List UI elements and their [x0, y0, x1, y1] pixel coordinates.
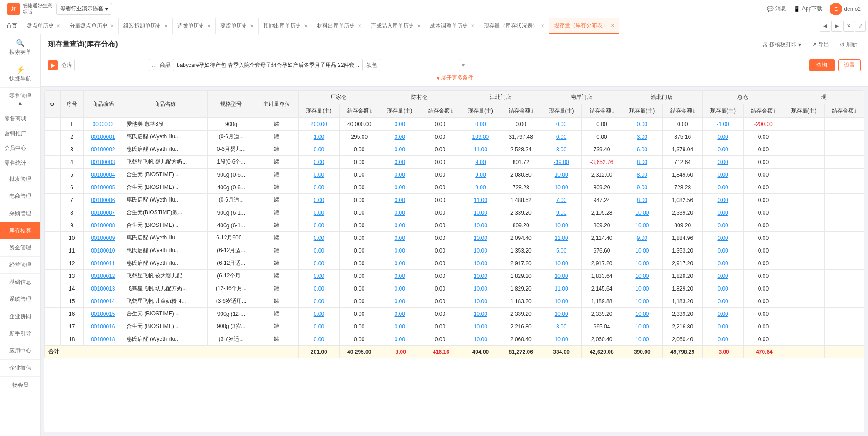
close-icon[interactable]: ✕	[57, 23, 60, 28]
sidebar-item-system[interactable]: 系统管理	[0, 291, 40, 308]
row-c3-qty[interactable]: 9.00	[460, 156, 501, 169]
tab-cost-adjust[interactable]: 成本调整单历史 ✕	[425, 18, 479, 34]
row-total-qty[interactable]	[783, 143, 825, 156]
row-c4-qty[interactable]: 11.00	[541, 232, 582, 244]
row-total-qty[interactable]	[783, 244, 825, 257]
sidebar-item-wholesale[interactable]: 批发管理	[0, 171, 40, 188]
row-c3-qty[interactable]: 10.00	[460, 232, 501, 244]
row-c3-qty[interactable]: 10.00	[460, 282, 501, 295]
row-c6-qty[interactable]: 0.00	[703, 282, 744, 295]
row-c5-qty[interactable]: 6.00	[622, 143, 663, 156]
row-total-qty[interactable]	[783, 270, 825, 282]
row-c5-qty[interactable]: 10.00	[622, 206, 663, 219]
row-c3-qty[interactable]: 9.00	[460, 169, 501, 181]
row-c1-qty[interactable]: 0.00	[298, 169, 340, 181]
sidebar-item-basic[interactable]: 基础信息	[0, 274, 40, 291]
row-c6-qty[interactable]: 0.00	[703, 308, 744, 320]
sidebar-item-member2[interactable]: 畅会员	[0, 377, 40, 394]
row-c1-qty[interactable]: 0.00	[298, 282, 340, 295]
close-icon[interactable]: ✕	[250, 23, 254, 28]
row-c4-qty[interactable]: 10.00	[541, 308, 582, 320]
row-total-qty[interactable]	[783, 206, 825, 219]
row-c2-qty[interactable]: 0.00	[379, 131, 420, 143]
tab-sub-inventory[interactable]: 分量盘点单历史 ✕	[65, 18, 119, 34]
row-c4-qty[interactable]: 11.00	[541, 282, 582, 295]
row-c1-qty[interactable]: 0.00	[298, 333, 340, 346]
row-code[interactable]: 00100015	[83, 308, 123, 320]
row-c2-qty[interactable]: 0.00	[379, 118, 420, 131]
row-c2-qty[interactable]: 0.00	[379, 194, 420, 206]
color-dropdown-icon[interactable]: ▾	[462, 62, 465, 68]
sidebar-item-search[interactable]: 🔍 搜索英单	[0, 34, 40, 61]
row-c3-qty[interactable]: 10.00	[460, 206, 501, 219]
row-c2-qty[interactable]: 0.00	[379, 232, 420, 244]
sidebar-sub-member[interactable]: 会员中心	[0, 141, 40, 156]
row-c6-qty[interactable]: 0.00	[703, 333, 744, 346]
row-code[interactable]: 0000003	[83, 118, 123, 131]
tab-assemble[interactable]: 组装拆卸单历史 ✕	[119, 18, 173, 34]
row-c2-qty[interactable]: 0.00	[379, 181, 420, 194]
row-code[interactable]: 00100012	[83, 270, 123, 282]
row-c6-qty[interactable]: 0.00	[703, 206, 744, 219]
app-download-btn[interactable]: 📱 App下载	[793, 5, 822, 13]
table-settings-btn[interactable]: ⚙	[45, 91, 61, 118]
row-c5-qty[interactable]: 9.00	[622, 232, 663, 244]
row-c3-qty[interactable]: 10.00	[460, 308, 501, 320]
setting-btn[interactable]: 设置	[838, 59, 861, 71]
row-c4-qty[interactable]: 10.00	[541, 181, 582, 194]
row-c6-qty[interactable]: 0.00	[703, 257, 744, 270]
row-c2-qty[interactable]: 0.00	[379, 219, 420, 232]
nav-next-btn[interactable]: ▶	[831, 21, 842, 32]
close-icon[interactable]: ✕	[207, 23, 211, 28]
row-c6-qty[interactable]: 0.00	[703, 131, 744, 143]
row-total-qty[interactable]	[783, 333, 825, 346]
sidebar-item-guide[interactable]: 新手引导	[0, 325, 40, 342]
row-c4-qty[interactable]: 3.00	[541, 320, 582, 333]
row-code[interactable]: 00100005	[83, 181, 123, 194]
close-icon[interactable]: ✕	[110, 23, 114, 28]
warehouse-input[interactable]	[74, 59, 150, 71]
refresh-btn[interactable]: ↺ 刷新	[836, 39, 861, 50]
row-c6-qty[interactable]: 0.00	[703, 194, 744, 206]
row-c1-qty[interactable]: 0.00	[298, 194, 340, 206]
row-c3-qty[interactable]: 11.00	[460, 143, 501, 156]
expand-conditions-btn[interactable]: ▼ 展开更多条件	[48, 74, 861, 82]
row-c4-qty[interactable]: 5.00	[541, 244, 582, 257]
tab-stock-status[interactable]: 现存量（库存状况表） ✕	[479, 18, 549, 34]
row-c5-qty[interactable]: 10.00	[622, 333, 663, 346]
row-c1-qty[interactable]: 0.00	[298, 232, 340, 244]
row-c4-qty[interactable]: 10.00	[541, 295, 582, 308]
close-icon[interactable]: ✕	[471, 23, 474, 28]
row-c4-qty[interactable]: 3.00	[541, 143, 582, 156]
row-c2-qty[interactable]: 0.00	[379, 333, 420, 346]
row-code[interactable]: 00100004	[83, 169, 123, 181]
row-c3-qty[interactable]: 9.00	[460, 181, 501, 194]
row-c1-qty[interactable]: 0.00	[298, 320, 340, 333]
export-btn[interactable]: ↗ 导出	[808, 39, 833, 50]
row-c3-qty[interactable]: 10.00	[460, 270, 501, 282]
row-c5-qty[interactable]: 10.00	[622, 295, 663, 308]
close-icon[interactable]: ✕	[164, 23, 168, 28]
row-c2-qty[interactable]: 0.00	[379, 270, 420, 282]
row-c5-qty[interactable]: 10.00	[622, 308, 663, 320]
row-c6-qty[interactable]: 0.00	[703, 295, 744, 308]
sidebar-item-finance[interactable]: 资金管理	[0, 239, 40, 257]
row-c5-qty[interactable]: 0.00	[622, 118, 663, 131]
row-total-qty[interactable]	[783, 282, 825, 295]
close-icon[interactable]: ✕	[541, 23, 544, 28]
row-c3-qty[interactable]: 10.00	[460, 320, 501, 333]
filter-collapse-btn[interactable]: ▶	[48, 60, 58, 70]
row-c5-qty[interactable]: 8.00	[622, 156, 663, 169]
row-total-qty[interactable]	[783, 156, 825, 169]
row-total-qty[interactable]	[783, 257, 825, 270]
nav-expand-btn[interactable]: ⤢	[855, 21, 866, 32]
sidebar-item-ecommerce[interactable]: 电商管理	[0, 188, 40, 205]
row-code[interactable]: 00100008	[83, 219, 123, 232]
row-c2-qty[interactable]: 0.00	[379, 244, 420, 257]
close-icon[interactable]: ✕	[304, 23, 307, 28]
row-c1-qty[interactable]: 1.00	[298, 131, 340, 143]
row-c6-qty[interactable]: 0.00	[703, 320, 744, 333]
row-c2-qty[interactable]: 0.00	[379, 295, 420, 308]
row-c5-qty[interactable]: 10.00	[622, 320, 663, 333]
row-total-qty[interactable]	[783, 320, 825, 333]
